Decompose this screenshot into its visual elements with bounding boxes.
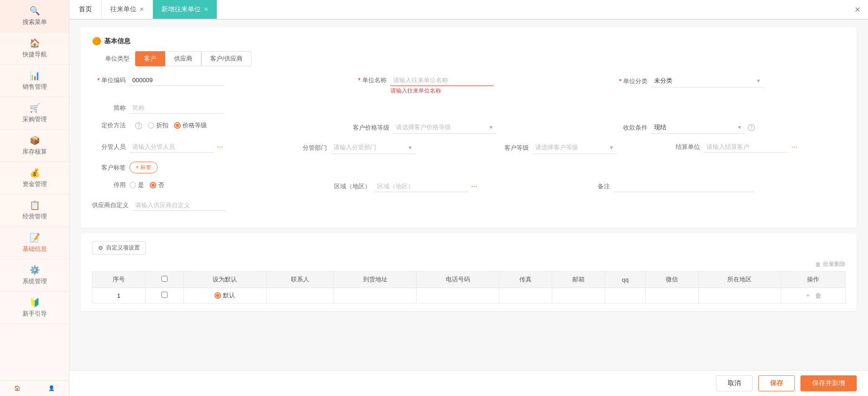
customer-level-select[interactable]: 请选择客户等级 ▼ [533, 141, 617, 154]
guide-icon: 🔰 [30, 297, 40, 308]
tab-new-contact[interactable]: 新增往来单位 ✕ [153, 0, 217, 19]
customer-tag-label: 客户标签 [92, 163, 129, 172]
money-icon: 💰 [30, 168, 40, 178]
sidebar-item-newguide[interactable]: 🔰 新手引导 [0, 292, 69, 324]
row-pricing: 定价方法 ? 折扣 价格等级 客户价格等级 [92, 121, 845, 134]
settlement-unit-more[interactable]: ··· [788, 143, 800, 151]
tab-contacts-close[interactable]: ✕ [139, 6, 144, 13]
sidebar-item-label: 资金管理 [23, 180, 47, 188]
pricing-radio-group: 折扣 价格等级 [148, 121, 207, 130]
field-unit-name: 单位名称 请输入往来单位名称 [353, 75, 585, 95]
tab-contacts[interactable]: 往来单位 ✕ [102, 0, 153, 19]
delete-row-icon[interactable]: 🗑 [815, 292, 822, 299]
sidebar-item-finance[interactable]: 💰 资金管理 [0, 162, 69, 194]
row-email [552, 288, 605, 303]
row-region [698, 288, 781, 303]
sidebar-item-basic[interactable]: 📝 基础信息 [0, 227, 69, 259]
sidebar-item-purchase[interactable]: 🛒 采购管理 [0, 97, 69, 130]
save-button[interactable]: 保存 [758, 375, 795, 391]
customer-price-level-label: 客户价格等级 [353, 124, 393, 132]
tab-home[interactable]: 首页 [69, 0, 102, 19]
custom-settings-button[interactable]: ⚙ 自定义项设置 [92, 241, 146, 255]
region-label: 区域（地区） [334, 182, 374, 191]
sidebar-item-label: 基础信息 [23, 245, 47, 253]
sidebar-item-operations[interactable]: 📋 经营管理 [0, 194, 69, 227]
save-and-new-button[interactable]: 保存并新增 [800, 375, 857, 391]
unit-type-both[interactable]: 客户/供应商 [201, 51, 251, 66]
sidebar-item-quicknav[interactable]: 🏠 快捷导航 [0, 32, 69, 65]
section-icon: 🟠 [92, 37, 101, 46]
pricing-level-label: 价格等级 [183, 121, 207, 130]
unit-type-row: 单位类型 客户 供应商 客户/供应商 [92, 51, 845, 66]
region-more[interactable]: ··· [468, 182, 480, 191]
field-customer-tag: 客户标签 + 标签 [92, 162, 845, 173]
sidebar-item-search[interactable]: 🔍 搜索菜单 [0, 0, 69, 32]
row-manager: 分管人员 ··· 分管部门 请输入分管部门 ▼ 客户等级 请选择客户等级 [92, 141, 845, 154]
short-name-input[interactable] [129, 102, 223, 114]
tab-new-contact-close[interactable]: ✕ [204, 6, 208, 13]
pricing-discount-option[interactable]: 折扣 [148, 121, 168, 130]
pricing-method-label: 定价方法 [92, 121, 129, 130]
disabled-yes-option[interactable]: 是 [129, 181, 144, 189]
payment-terms-help-icon[interactable]: ? [748, 124, 755, 131]
unit-category-arrow: ▼ [756, 78, 761, 84]
field-payment-terms: 收款条件 现结 ▼ ? [614, 121, 845, 134]
sidebar-item-inventory[interactable]: 📦 库存核算 [0, 130, 69, 162]
unit-name-input[interactable] [390, 75, 494, 86]
customer-price-level-arrow: ▼ [488, 124, 494, 130]
select-all-checkbox[interactable] [161, 276, 168, 282]
row-default-radio-label[interactable]: 默认 [189, 291, 261, 300]
sidebar-item-label: 快捷导航 [23, 50, 47, 59]
manager-input[interactable] [129, 141, 214, 153]
field-manager: 分管人员 ··· [92, 141, 271, 153]
col-seq: 序号 [92, 272, 145, 288]
payment-terms-select[interactable]: 现结 ▼ [651, 121, 745, 134]
tab-bar: 首页 往来单位 ✕ 新增往来单位 ✕ ✕ [69, 0, 868, 20]
field-pricing-method: 定价方法 ? 折扣 价格等级 [92, 121, 324, 130]
sidebar-user-button[interactable]: 👤 [35, 380, 69, 396]
settlement-unit-input[interactable] [704, 141, 788, 153]
supplier-custom-input[interactable] [132, 200, 226, 211]
customer-price-level-select[interactable]: 请选择客户价格等级 ▼ [393, 121, 496, 134]
remark-label: 备注 [576, 182, 614, 191]
customer-level-placeholder: 请选择客户等级 [535, 143, 578, 152]
row-short-name: 简称 [92, 102, 845, 114]
field-unit-code: 单位编码 [92, 75, 324, 86]
department-select[interactable]: 请输入分管部门 ▼ [331, 141, 415, 154]
department-arrow: ▼ [407, 145, 412, 150]
manager-more[interactable]: ··· [214, 143, 226, 151]
field-customer-level: 客户等级 请选择客户等级 ▼ [495, 141, 644, 154]
add-tag-button[interactable]: + 标签 [129, 162, 158, 173]
unit-code-input[interactable] [129, 75, 223, 86]
user-bottom-icon: 👤 [48, 385, 55, 391]
tab-bar-close-all[interactable]: ✕ [847, 5, 868, 14]
cancel-button[interactable]: 取消 [716, 375, 753, 391]
row-disabled: 停用 是 否 区域（地区） [92, 181, 845, 192]
disabled-radio-group: 是 否 [129, 181, 164, 189]
section-title: 🟠 基本信息 [92, 37, 845, 46]
sidebar-item-label: 销售管理 [23, 83, 47, 91]
add-row-icon[interactable]: ＋ [805, 291, 811, 300]
unit-type-customer[interactable]: 客户 [135, 51, 165, 66]
unit-type-supplier[interactable]: 供应商 [165, 51, 201, 66]
sidebar-item-sales[interactable]: 📊 销售管理 [0, 65, 69, 97]
sidebar-home-button[interactable]: 🏠 [0, 380, 35, 396]
row-select-checkbox[interactable] [161, 292, 168, 298]
pricing-help-icon[interactable]: ? [135, 122, 142, 129]
sidebar-bottom: 🏠 👤 [0, 380, 69, 396]
pricing-level-option[interactable]: 价格等级 [174, 121, 207, 130]
sidebar-item-label: 系统管理 [23, 277, 47, 286]
payment-terms-value: 现结 [654, 123, 666, 132]
row-supplier-custom: 供应商自定义 [92, 200, 845, 211]
sidebar-item-system[interactable]: ⚙️ 系统管理 [0, 259, 69, 292]
unit-name-label: 单位名称 [353, 76, 390, 85]
field-supplier-custom: 供应商自定义 [92, 200, 318, 211]
row-default: 默认 [184, 288, 266, 303]
remark-input[interactable] [614, 181, 754, 192]
unit-category-select[interactable]: 未分类 ▼ [651, 75, 764, 87]
batch-delete-label: 批量删除 [823, 260, 845, 268]
disabled-no-option[interactable]: 否 [150, 181, 164, 189]
row-default-radio [214, 292, 221, 299]
batch-delete-area[interactable]: 🗑 批量删除 [92, 260, 845, 268]
region-input[interactable] [374, 181, 468, 192]
